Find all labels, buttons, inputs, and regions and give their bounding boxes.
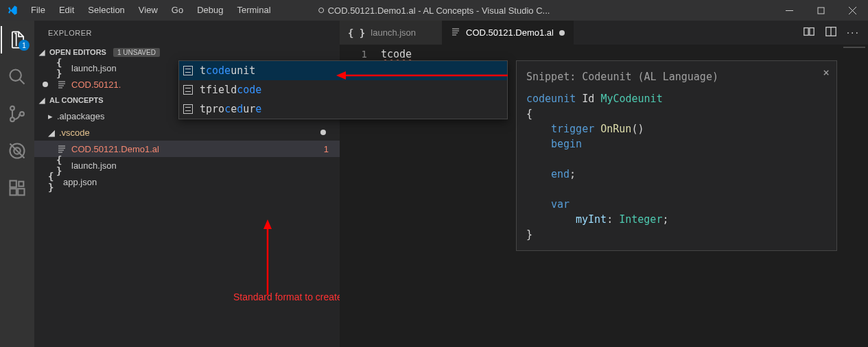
minimap[interactable] — [841, 45, 868, 347]
svg-rect-13 — [10, 189, 16, 195]
activity-debug[interactable] — [1, 137, 34, 165]
dirty-indicator-icon — [318, 8, 324, 13]
svg-point-8 — [20, 112, 24, 116]
vscode-logo-icon — [0, 5, 24, 16]
file-app-json[interactable]: { } app.json — [34, 174, 340, 190]
snippet-line: trigger OnRun() — [526, 121, 827, 136]
menu-edit[interactable]: Edit — [52, 0, 81, 21]
svg-line-5 — [20, 80, 25, 84]
tab-label: launch.json — [371, 27, 416, 38]
chevron-down-icon: ◢ — [37, 48, 47, 57]
close-button[interactable] — [836, 0, 868, 21]
svg-rect-1 — [818, 8, 824, 14]
file-label: app.json — [63, 177, 97, 187]
autocomplete-item-tprocedure[interactable]: tprocedure — [179, 99, 507, 119]
snippet-icon — [183, 66, 193, 75]
autocomplete-item-tfieldcode[interactable]: tfieldcode — [179, 80, 507, 99]
editor-actions: ··· — [803, 21, 868, 45]
open-editors-header[interactable]: ◢ OPEN EDITORS 1 UNSAVED — [34, 45, 340, 60]
svg-point-7 — [10, 117, 14, 121]
snippet-line: myInt: Integer; — [526, 212, 827, 227]
snippet-line: { — [526, 106, 827, 121]
svg-point-4 — [10, 70, 21, 81]
line-number: 1 — [340, 47, 367, 61]
autocomplete-item-tcodeunit[interactable]: tcodeunit — [179, 61, 507, 80]
activity-explorer[interactable]: 1 — [1, 26, 34, 53]
chevron-down-icon: ◢ — [37, 96, 47, 105]
file-label: launch.json — [71, 160, 117, 171]
code-text: tcode — [381, 48, 412, 60]
editor-tabs: { } launch.json COD.50121.Demo1.al ··· — [340, 21, 868, 45]
menu-terminal[interactable]: Terminal — [230, 0, 277, 21]
snippet-detail-panel: × Snippet: Codeunit (AL Language) codeun… — [516, 60, 837, 251]
dirty-dot-icon — [559, 30, 565, 36]
window-title: COD.50121.Demo1.al - AL Concepts - Visua… — [318, 5, 550, 16]
error-count: 1 — [324, 144, 329, 154]
file-launch-json[interactable]: { } launch.json — [34, 157, 340, 174]
window-controls — [773, 0, 868, 21]
close-icon[interactable]: × — [823, 65, 830, 80]
json-icon: { } — [348, 27, 365, 38]
chevron-right-icon: ▸ — [48, 111, 53, 121]
snippet-icon — [183, 85, 193, 95]
window-title-text: COD.50121.Demo1.al - AL Concepts - Visua… — [328, 5, 550, 16]
menu-view[interactable]: View — [132, 0, 165, 21]
open-editors-label: OPEN EDITORS — [49, 48, 106, 56]
activity-source-control[interactable] — [1, 100, 34, 128]
activity-bar: 1 — [0, 21, 34, 347]
dirty-dot-icon — [43, 82, 48, 87]
file-label: COD.50121. — [71, 80, 121, 90]
file-lines-icon — [451, 27, 460, 38]
menu-go[interactable]: Go — [165, 0, 190, 21]
autocomplete-popup: tcodeunit tfieldcode tprocedure — [178, 60, 508, 119]
svg-rect-29 — [810, 28, 814, 36]
snippet-icon — [183, 104, 193, 114]
compare-icon[interactable] — [803, 25, 815, 40]
snippet-title: Snippet: Codeunit (AL Language) — [526, 69, 827, 84]
minimize-button[interactable] — [773, 0, 805, 21]
menu-file[interactable]: File — [24, 0, 52, 21]
svg-rect-15 — [19, 182, 23, 187]
activity-search[interactable] — [1, 63, 34, 91]
folder-label: .alpackages — [57, 111, 104, 121]
snippet-line: end; — [526, 167, 827, 182]
maximize-button[interactable] — [805, 0, 836, 21]
menu-debug[interactable]: Debug — [190, 0, 230, 21]
snippet-line: var — [526, 197, 827, 212]
chevron-down-icon: ◢ — [48, 128, 55, 138]
modified-dot-icon — [320, 130, 326, 135]
explorer-badge: 1 — [19, 40, 30, 51]
snippet-line: begin — [526, 136, 827, 152]
svg-rect-14 — [18, 189, 24, 195]
file-label: COD.50121.Demo1.al — [71, 144, 159, 154]
menu-selection[interactable]: Selection — [81, 0, 131, 21]
suggestion-text: tcodeunit — [200, 64, 255, 77]
svg-rect-12 — [10, 181, 16, 187]
file-cod-demo[interactable]: COD.50121.Demo1.al 1 — [34, 141, 340, 157]
workspace-label: AL CONCEPTS — [49, 96, 104, 104]
suggestion-text: tprocedure — [200, 103, 261, 115]
folder-vscode[interactable]: ◢ .vscode — [34, 124, 340, 141]
suggestion-text: tfieldcode — [200, 84, 261, 96]
folder-label: .vscode — [59, 128, 90, 138]
sidebar-title: EXPLORER — [34, 21, 340, 45]
tab-launch-json[interactable]: { } launch.json — [340, 21, 443, 45]
tab-label: COD.50121.Demo1.al — [466, 27, 554, 38]
svg-point-6 — [10, 106, 14, 110]
activity-extensions[interactable] — [1, 174, 34, 202]
more-actions-icon[interactable]: ··· — [847, 27, 860, 39]
tab-cod-demo[interactable]: COD.50121.Demo1.al — [443, 21, 574, 45]
title-bar: File Edit Selection View Go Debug Termin… — [0, 0, 868, 21]
file-lines-icon — [56, 144, 67, 154]
svg-rect-28 — [804, 28, 808, 36]
file-label: launch.json — [71, 63, 117, 73]
split-editor-icon[interactable] — [825, 25, 837, 40]
snippet-line: } — [526, 227, 827, 242]
snippet-line: codeunit Id MyCodeunit — [526, 91, 827, 106]
file-lines-icon — [56, 80, 67, 89]
unsaved-badge: 1 UNSAVED — [113, 48, 160, 57]
json-icon: { } — [48, 171, 59, 193]
menu-bar: File Edit Selection View Go Debug Termin… — [24, 0, 278, 21]
